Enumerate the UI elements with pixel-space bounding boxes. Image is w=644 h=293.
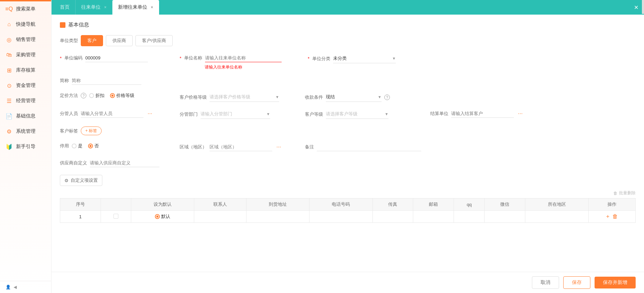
sidebar-item-purchase[interactable]: 🛍 采购管理 [0, 47, 51, 63]
pricing-label-level: 价格等级 [116, 92, 134, 99]
col-no: 序号 [60, 198, 101, 211]
row-delete-btn[interactable]: 🗑 [612, 213, 618, 220]
unit-category-label: 单位分类 [312, 56, 330, 62]
section-title-text: 基本信息 [68, 22, 89, 28]
tab-new-partner[interactable]: 新增往来单位 × [112, 0, 159, 15]
pricing-circle-level [110, 93, 115, 98]
remark-label: 备注 [305, 144, 314, 150]
row-checkbox-cell[interactable] [101, 211, 131, 223]
payment-terms-help-icon[interactable]: ? [384, 95, 390, 100]
disabled-label: 停用 [60, 143, 69, 149]
disabled-circle-no [88, 144, 93, 148]
sidebar-item-label: 资金管理 [16, 82, 36, 89]
save-button[interactable]: 保存 [563, 276, 590, 289]
cancel-button[interactable]: 取消 [532, 276, 559, 289]
unit-type-supplier-btn[interactable]: 供应商 [106, 35, 133, 46]
tab-partners-close[interactable]: × [104, 5, 107, 10]
tab-home[interactable]: 首页 [54, 0, 76, 15]
batch-delete-btn[interactable]: 🗑 批量删除 [60, 190, 636, 196]
tab-new-partner-label: 新增往来单位 [118, 4, 147, 10]
settlement-unit-more-btn[interactable]: ··· [517, 111, 524, 117]
section-title: 基本信息 [60, 22, 636, 28]
window-close-icon[interactable]: ✕ [631, 4, 641, 11]
row-fax[interactable] [372, 211, 413, 223]
unit-category-select[interactable]: 未分类 ▼ [333, 54, 396, 63]
pricing-help-icon[interactable]: ? [81, 93, 86, 98]
row-phone[interactable] [309, 211, 373, 223]
region-input[interactable] [210, 143, 272, 151]
customer-level-arrow: ▼ [385, 112, 388, 116]
manager-input[interactable] [81, 109, 143, 118]
tab-partners-label: 往来单位 [81, 4, 101, 10]
content-area: 基本信息 单位类型 客户 供应商 客户/供应商 * 单位编码 * [52, 15, 644, 272]
row-region[interactable] [525, 211, 589, 223]
tab-new-partner-close[interactable]: × [151, 5, 153, 10]
customer-level-placeholder: 请选择客户等级 [326, 111, 358, 117]
unit-code-field: * 单位编码 [60, 54, 171, 62]
row-email[interactable] [413, 211, 454, 223]
sidebar-item-label: 搜索菜单 [16, 6, 36, 12]
finance-icon: ⊙ [6, 82, 13, 89]
disabled-label-yes: 是 [78, 143, 83, 149]
department-arrow: ▼ [266, 112, 270, 116]
unit-name-input[interactable] [205, 54, 282, 62]
sidebar-item-label: 新手引导 [16, 144, 36, 150]
sidebar-item-sales[interactable]: ◎ 销售管理 [0, 32, 51, 47]
required-star-name: * [180, 56, 181, 61]
sidebar-item-basic[interactable]: 📄 基础信息 [0, 108, 51, 124]
unit-category-arrow: ▼ [392, 56, 396, 60]
basic-icon: 📄 [6, 113, 13, 120]
tab-home-label: 首页 [60, 4, 70, 10]
col-region: 所在地区 [525, 198, 589, 211]
settlement-unit-field: 结算单位 ··· [430, 109, 542, 118]
unit-code-label: 单位编码 [64, 55, 83, 61]
sidebar-item-operation[interactable]: ☰ 经营管理 [0, 93, 51, 108]
add-tag-btn[interactable]: + 标签 [81, 127, 102, 135]
department-select[interactable]: 请输入分管部门 ▼ [201, 109, 270, 119]
custom-settings-btn[interactable]: ⚙ 自定义项设置 [60, 175, 102, 186]
col-qq: qq [454, 198, 485, 211]
region-label: 区域（地区） [180, 144, 207, 150]
col-email: 邮箱 [413, 198, 454, 211]
customer-price-level-select[interactable]: 请选择客户价格等级 ▼ [210, 92, 279, 102]
row-checkbox[interactable] [113, 214, 118, 219]
unit-type-customer-btn[interactable]: 客户 [81, 35, 103, 46]
sidebar-item-inventory[interactable]: ⊞ 库存核算 [0, 63, 51, 78]
row-qq[interactable] [454, 211, 485, 223]
manager-more-btn[interactable]: ··· [146, 111, 154, 117]
col-default: 设为默认 [131, 198, 194, 211]
sidebar-item-finance[interactable]: ⊙ 资金管理 [0, 78, 51, 93]
disabled-radio-no[interactable]: 否 [88, 143, 99, 149]
row-address[interactable] [246, 211, 309, 223]
row-default-cell: 默认 [131, 211, 194, 223]
operation-icon: ☰ [6, 97, 13, 104]
tab-bar: 首页 往来单位 × 新增往来单位 × ✕ [52, 0, 644, 15]
supplier-custom-input[interactable] [90, 159, 159, 167]
pricing-radio-discount[interactable]: 折扣 [89, 92, 104, 99]
row-default-radio[interactable]: 默认 [135, 213, 191, 220]
row-wechat[interactable] [485, 211, 525, 223]
disabled-radio-yes[interactable]: 是 [72, 143, 83, 149]
sidebar-item-label: 系统管理 [16, 128, 36, 135]
unit-code-input[interactable] [85, 54, 148, 62]
customer-level-select[interactable]: 请选择客户等级 ▼ [326, 109, 388, 119]
pricing-row: 定价方法 ? 折扣 价格等级 客户价格等级 请选择客户价格等级 [60, 92, 636, 103]
short-name-input[interactable] [72, 76, 141, 85]
tab-partners[interactable]: 往来单位 × [76, 0, 112, 15]
region-more-btn[interactable]: ··· [275, 144, 282, 150]
row-add-btn[interactable]: + [606, 213, 609, 220]
sidebar-item-quick-nav[interactable]: ⌂ 快捷导航 [0, 17, 51, 32]
settlement-unit-input[interactable] [451, 109, 514, 118]
row-contact[interactable] [194, 211, 246, 223]
sidebar-item-search[interactable]: ≡Q 搜索菜单 [0, 1, 51, 17]
save-and-new-button[interactable]: 保存并新增 [595, 277, 636, 288]
pricing-radio-level[interactable]: 价格等级 [110, 92, 134, 99]
col-wechat: 微信 [485, 198, 525, 211]
sidebar-item-system[interactable]: ⚙ 系统管理 [0, 124, 51, 139]
payment-terms-select[interactable]: 现结 ▼ [326, 92, 382, 102]
unit-type-both-btn[interactable]: 客户/供应商 [135, 35, 173, 46]
remark-input[interactable] [317, 143, 421, 151]
gear-icon: ⚙ [64, 178, 69, 183]
sidebar-item-guide[interactable]: 🔰 新手引导 [0, 139, 51, 154]
quick-nav-icon: ⌂ [6, 21, 13, 28]
